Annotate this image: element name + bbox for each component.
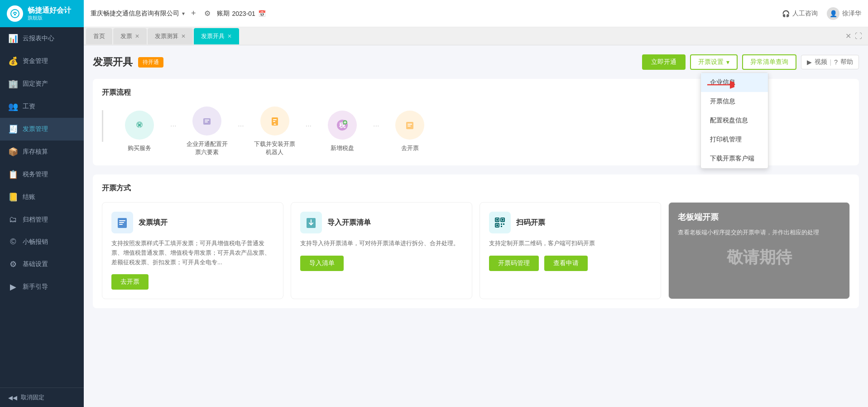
methods-grid: 发票填开 支持按照发票样式手工填开发票；可开具增值税电子普通发票、增值税普通发票… <box>102 202 850 299</box>
svg-rect-13 <box>273 121 275 122</box>
process-divider-left <box>102 110 103 142</box>
gudingzichan-icon: 🏢 <box>8 79 18 89</box>
process-step-install: 下载并安装开票机器人 <box>248 107 302 156</box>
page-title-area: 发票开具 待开通 <box>93 55 163 69</box>
method-title-fill: 发票填开 <box>139 218 168 228</box>
process-icon-invoice <box>395 111 424 140</box>
jiezhang-icon: 📒 <box>8 192 18 202</box>
process-icon-buy <box>125 111 154 140</box>
red-arrow-indicator <box>707 78 734 93</box>
view-application-button[interactable]: 查看申请 <box>544 256 588 271</box>
method-desc-boss: 查看老板端小程序提交的开票申请，并作出相应的处理 <box>678 228 840 237</box>
sidebar-item-shuiwu[interactable]: 📋 税务管理 <box>0 163 84 186</box>
qr-manage-button[interactable]: 开票码管理 <box>489 256 539 271</box>
help-icon: ? <box>834 58 838 66</box>
collapse-icon: ◀◀ <box>8 394 17 401</box>
process-label-invoice: 去开票 <box>401 144 419 152</box>
sidebar-label-yunbao: 云报表中心 <box>23 34 54 43</box>
sidebar: 畅捷通好会计 旗舰版 📊 云报表中心 💰 资金管理 🏢 固定资产 👥 工资 🧾 … <box>0 0 84 407</box>
logo-text: 畅捷通好会计 旗舰版 <box>28 6 71 21</box>
method-desc-import: 支持导入待开票清单，可对待开票清单进行拆分、合并处理。 <box>300 239 463 248</box>
zijin-icon: 💰 <box>8 56 18 66</box>
close-tab-button[interactable]: ✕ <box>845 32 851 40</box>
maximize-button[interactable]: ⛶ <box>855 32 862 40</box>
method-title-scan: 扫码开票 <box>516 218 545 228</box>
svg-rect-10 <box>205 121 208 122</box>
activate-button[interactable]: 立即开通 <box>642 54 686 70</box>
fapiaoglian-icon: 🧾 <box>8 124 18 134</box>
sidebar-item-gongzi[interactable]: 👥 工资 <box>0 95 84 118</box>
topbar: 重庆畅捷交通信息咨询有限公司 ▾ + ⚙ 账期 2023-01 📅 🎧 人工咨询… <box>84 0 868 27</box>
sidebar-item-jichushezhi[interactable]: ⚙ 基础设置 <box>0 253 84 276</box>
tab-fapiaoceuan[interactable]: 发票测算✕ <box>148 28 193 44</box>
svg-rect-31 <box>502 219 504 221</box>
process-step-buy: 购买服务 <box>112 111 167 152</box>
tab-fapiao[interactable]: 发票✕ <box>113 28 147 44</box>
user-menu[interactable]: 👤 徐泽华 <box>827 7 861 20</box>
add-company-button[interactable]: + <box>189 7 198 20</box>
sidebar-label-gudingzichan: 固定资产 <box>23 80 48 88</box>
company-selector[interactable]: 重庆畅捷交通信息咨询有限公司 ▾ <box>91 10 185 18</box>
method-header-fill: 发票填开 <box>111 212 274 233</box>
xiaochangbaoxiao-icon: © <box>8 237 18 247</box>
method-icon-scan <box>489 212 511 233</box>
settings-button[interactable]: 开票设置 ▾ <box>690 54 738 70</box>
exception-list-button[interactable]: 异常清单查询 <box>742 54 796 70</box>
process-arrow-2: ··· <box>238 122 244 141</box>
method-desc-scan: 支持定制开票二维码，客户端可扫码开票 <box>489 239 652 248</box>
fill-invoice-button[interactable]: 去开票 <box>111 274 149 290</box>
process-icon-config <box>192 107 221 136</box>
dropdown-item-peizhi[interactable]: 配置税盘信息 <box>701 111 768 130</box>
sidebar-item-gudingzichan[interactable]: 🏢 固定资产 <box>0 73 84 95</box>
process-step-addtax: 税 新增税盘 <box>315 111 369 152</box>
process-arrow-1: ··· <box>170 122 176 141</box>
sidebar-logo: 畅捷通好会计 旗舰版 <box>0 0 84 27</box>
svg-rect-24 <box>119 222 124 223</box>
sidebar-collapse-button[interactable]: ◀◀ 取消固定 <box>0 388 84 407</box>
methods-section: 开票方式 发票填开 支持按照发票样式手工填开发票；可开具增值税电子普通发票、增值… <box>93 174 859 308</box>
sidebar-item-yunbao[interactable]: 📊 云报表中心 <box>0 27 84 50</box>
sidebar-label-xinshouyin: 新手引导 <box>23 283 48 291</box>
sidebar-item-xinshouyin[interactable]: ▶ 新手引导 <box>0 276 84 298</box>
tab-label-home: 首页 <box>93 32 105 40</box>
video-help-button[interactable]: ▶ 视频 | ? 帮助 <box>801 55 859 69</box>
status-badge: 待开通 <box>138 57 163 68</box>
sidebar-item-guidang[interactable]: 🗂 归档管理 <box>0 208 84 231</box>
dropdown-item-dayinji[interactable]: 打印机管理 <box>701 130 768 149</box>
tab-home[interactable]: 首页 <box>86 28 112 44</box>
svg-rect-9 <box>205 120 209 121</box>
settings-gear-icon[interactable]: ⚙ <box>202 7 212 19</box>
method-card-fill: 发票填开 支持按照发票样式手工填开发票；可开具增值税电子普通发票、增值税普通发票… <box>102 202 283 299</box>
jichushezhi-icon: ⚙ <box>8 259 18 269</box>
tab-close-fapiao[interactable]: ✕ <box>135 33 139 39</box>
user-name: 徐泽华 <box>842 10 861 18</box>
process-step-invoice: 去开票 <box>383 111 437 152</box>
sidebar-item-xiaochangbaoxiao[interactable]: © 小畅报销 <box>0 231 84 253</box>
sidebar-item-fapiaoglian[interactable]: 🧾 发票管理 <box>0 118 84 141</box>
method-header-scan: 扫码开票 <box>489 212 652 233</box>
sidebar-label-jiezhang: 结账 <box>23 193 35 201</box>
dropdown-item-xiazai[interactable]: 下载开票客户端 <box>701 149 768 168</box>
period-selector[interactable]: 账期 2023-01 📅 <box>217 10 266 18</box>
method-card-import: 导入开票清单 支持导入待开票清单，可对待开票清单进行拆分、合并处理。 导入清单 <box>291 202 472 299</box>
svg-rect-20 <box>408 124 412 125</box>
method-icon-import <box>300 212 322 233</box>
svg-rect-34 <box>503 223 504 225</box>
tab-fapiaokaiiu[interactable]: 发票开具✕ <box>194 28 239 44</box>
method-header-import: 导入开票清单 <box>300 212 463 233</box>
overlay-text: 敬请期待 <box>678 247 840 269</box>
headset-icon: 🎧 <box>782 10 790 17</box>
yunbao-icon: 📊 <box>8 34 18 44</box>
sidebar-item-zijin[interactable]: 💰 资金管理 <box>0 50 84 73</box>
import-list-button[interactable]: 导入清单 <box>300 256 344 271</box>
calendar-icon: 📅 <box>258 10 266 17</box>
tab-close-fapiaokaiiu[interactable]: ✕ <box>227 33 232 39</box>
sidebar-label-jichushezhi: 基础设置 <box>23 260 48 268</box>
support-button[interactable]: 🎧 人工咨询 <box>782 10 818 18</box>
tab-label-fapiaokaiiu: 发票开具 <box>201 32 225 40</box>
dropdown-item-kaipiao[interactable]: 开票信息 <box>701 92 768 111</box>
sidebar-item-kucunhesuan[interactable]: 📦 库存核算 <box>0 141 84 163</box>
sidebar-item-jiezhang[interactable]: 📒 结账 <box>0 186 84 208</box>
tab-close-fapiaoceuan[interactable]: ✕ <box>181 33 186 39</box>
svg-rect-32 <box>496 224 498 226</box>
